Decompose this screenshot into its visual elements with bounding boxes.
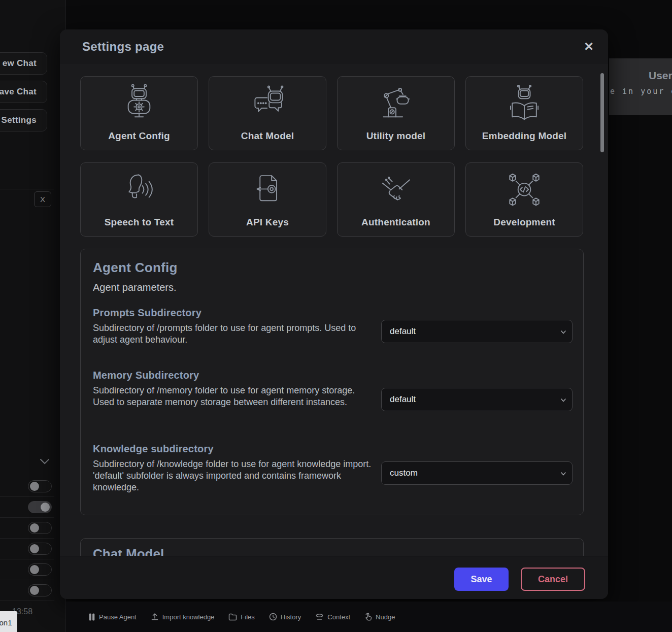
tooltip-label: on1 [0, 618, 12, 627]
status-tooltip: on1 [0, 611, 17, 632]
new-chat-button[interactable]: ew Chat [0, 52, 47, 75]
toolbar-label: Pause Agent [99, 613, 137, 621]
nav-card-development[interactable]: Development [465, 162, 583, 237]
nav-card-chat-model[interactable]: Chat Model [209, 76, 326, 150]
toolbar-label: Nudge [376, 613, 395, 621]
knowledge-subdirectory-select[interactable]: custom [381, 461, 573, 485]
context-icon [315, 613, 324, 621]
field-description: Subdirectory of /memory folder to use fo… [93, 385, 377, 408]
cancel-button[interactable]: Cancel [521, 568, 585, 591]
select-value: custom [390, 468, 418, 478]
hand-pointer-icon [364, 613, 372, 621]
folder-icon [228, 613, 237, 621]
nav-card-label: Speech to Text [105, 217, 174, 228]
chat-message-panel: User e in your en [609, 58, 672, 115]
context-button[interactable]: Context [315, 613, 350, 621]
toggle-knob [30, 565, 39, 574]
files-button[interactable]: Files [228, 613, 254, 621]
history-button[interactable]: History [269, 613, 301, 621]
sidebar-close-button[interactable]: X [34, 191, 51, 207]
sidebar-toggle-row [0, 497, 54, 518]
save-chat-label: ave Chat [0, 87, 37, 97]
section-title: Agent Config [93, 260, 178, 276]
section-subtitle: Agent parameters. [93, 282, 177, 293]
settings-label: Settings [2, 115, 37, 125]
chevron-down-icon [560, 470, 567, 477]
sidebar-toggle-row [0, 476, 54, 497]
sidebar-toggle-row [0, 539, 54, 559]
field-knowledge-subdirectory: Knowledge subdirectory Subdirectory of /… [93, 443, 377, 493]
toolbar-label: Import knowledge [162, 613, 215, 621]
sidebar-toggle-row [0, 559, 54, 580]
nav-card-authentication[interactable]: Authentication [337, 162, 455, 237]
toggle-switch-1[interactable] [28, 480, 52, 492]
code-network-icon [503, 168, 545, 212]
nav-card-label: Embedding Model [482, 130, 567, 142]
toggle-knob [30, 544, 39, 553]
pause-icon [88, 613, 95, 621]
chevron-down-icon[interactable] [39, 457, 51, 468]
modal-header: Settings page ✕ [60, 29, 608, 64]
import-knowledge-button[interactable]: Import knowledge [151, 613, 215, 621]
settings-button[interactable]: ⚙ Settings [0, 109, 47, 131]
modal-scrollbar-thumb[interactable] [600, 73, 604, 152]
memory-subdirectory-select[interactable]: default [381, 388, 573, 411]
nav-card-label: API Keys [246, 217, 289, 228]
robot-arm-icon [375, 82, 417, 125]
modal-title: Settings page [82, 40, 164, 54]
toggle-switch-6[interactable] [28, 584, 52, 596]
handshake-icon [375, 168, 417, 212]
pause-agent-button[interactable]: Pause Agent [88, 613, 137, 621]
sidebar-close-label: X [40, 195, 45, 204]
nav-card-label: Utility model [366, 130, 426, 142]
field-title: Knowledge subdirectory [93, 443, 377, 455]
document-key-icon [247, 168, 288, 212]
nav-card-api-keys[interactable]: API Keys [209, 162, 326, 237]
prompts-subdirectory-select[interactable]: default [381, 320, 573, 343]
chat-author: User [649, 70, 672, 82]
close-icon[interactable]: ✕ [584, 40, 594, 54]
save-button[interactable]: Save [454, 568, 509, 591]
field-title: Memory Subdirectory [93, 370, 377, 381]
field-description: Subdirectory of /prompts folder to use f… [93, 322, 377, 346]
bottom-toolbar: Pause Agent Import knowledge Files Histo… [66, 602, 672, 632]
field-memory-subdirectory: Memory Subdirectory Subdirectory of /mem… [93, 370, 377, 408]
toggle-switch-4[interactable] [28, 543, 52, 555]
save-chat-button[interactable]: ave Chat [0, 81, 47, 103]
chat-message-fragment: e in your en [610, 87, 672, 96]
toggle-knob [41, 503, 50, 512]
nav-card-agent-config[interactable]: Agent Config [80, 76, 198, 150]
upload-icon [151, 613, 159, 621]
nav-card-embedding-model[interactable]: Embedding Model [465, 76, 583, 150]
toggle-switch-3[interactable] [28, 522, 52, 534]
field-description: Subdirectory of /knowledge folder to use… [93, 458, 377, 493]
chat-robot-icon [247, 82, 288, 125]
sidebar-toggle-row [0, 580, 54, 601]
toolbar-label: History [281, 613, 301, 621]
robot-book-icon [503, 82, 545, 125]
nav-card-label: Authentication [361, 217, 430, 228]
section-agent-config: Agent Config Agent parameters. Prompts S… [80, 249, 584, 515]
field-title: Prompts Subdirectory [93, 307, 377, 319]
toolbar-label: Files [241, 613, 254, 621]
app-root: ew Chat ave Chat ⚙ Settings X [0, 0, 672, 632]
settings-modal: Settings page ✕ Agent Config [60, 29, 608, 599]
nudge-button[interactable]: Nudge [364, 613, 395, 621]
toggle-switch-2[interactable] [28, 501, 52, 513]
toggle-knob [30, 482, 39, 491]
nav-card-label: Development [493, 217, 555, 228]
sidebar-divider [0, 189, 54, 189]
toggle-switch-5[interactable] [28, 563, 52, 576]
nav-card-utility-model[interactable]: Utility model [337, 76, 455, 150]
nav-card-label: Agent Config [108, 130, 170, 142]
chevron-down-icon [560, 396, 567, 404]
sidebar-toggle-row [0, 518, 54, 539]
nav-card-speech-to-text[interactable]: Speech to Text [80, 162, 198, 237]
clock-icon [269, 613, 277, 621]
sidebar: ew Chat ave Chat ⚙ Settings X [0, 0, 66, 632]
toggle-knob [30, 586, 39, 595]
face-speech-icon [118, 168, 160, 212]
settings-nav-cards: Agent Config Chat Model [80, 76, 584, 237]
toolbar-label: Context [327, 613, 350, 621]
select-value: default [390, 326, 416, 337]
